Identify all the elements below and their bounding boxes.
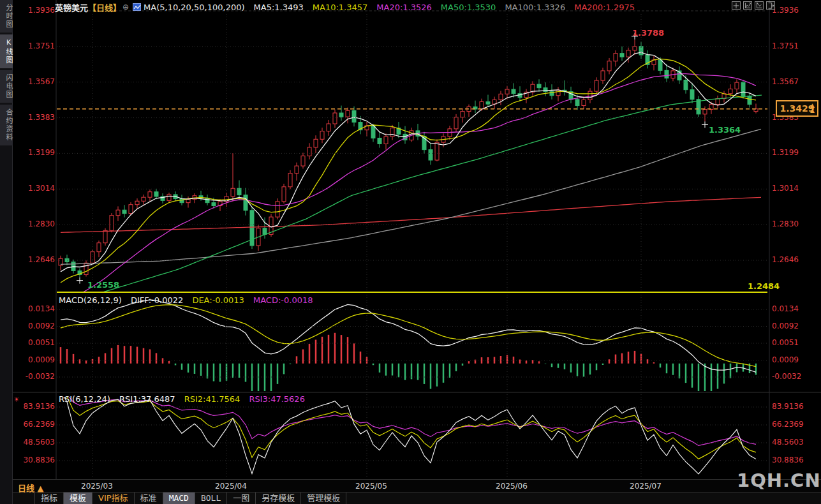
axis-tick-label: 83.9136	[772, 402, 811, 411]
left-sidebar: 分时图K线图闪电图合约资料	[0, 0, 13, 504]
toolbar-tab-3[interactable]: 标准	[135, 493, 163, 504]
exit-icon[interactable]	[766, 1, 775, 10]
axis-tick-label: 1.3199	[772, 148, 811, 157]
axis-tick-label: 0.0134	[772, 304, 811, 313]
ma-value: MA20:1.3526	[376, 3, 432, 12]
toolbar-tab-7[interactable]: 另存模板	[256, 493, 301, 504]
toolbar-tab-8[interactable]: 管理模板	[301, 493, 346, 504]
axis-tick-label: 0.0051	[772, 338, 811, 347]
ma-value: MA100:1.3326	[505, 3, 565, 12]
date-label: 2025/03	[81, 482, 113, 491]
axis-tick-label: 0.0009	[15, 355, 55, 364]
axis-tick-label: 1.3014	[772, 184, 811, 193]
toolbar-tab-2[interactable]: VIP指标	[92, 493, 135, 504]
axis-tick-label: 1.2830	[772, 219, 811, 228]
date-axis-row: 日线 ▲ 2025/032025/042025/052025/062025/07	[13, 479, 821, 493]
date-label: 2025/06	[496, 482, 528, 491]
toolbar-tab-6[interactable]: 一图	[227, 493, 256, 504]
axis-tick-label: 66.2369	[15, 420, 55, 429]
alert-sun-icon[interactable]: ☀	[13, 396, 20, 404]
ma-value: MA5:1.3493	[254, 3, 304, 12]
annotation-support: 1.2484	[748, 281, 780, 291]
axis-tick-label: 0.0092	[15, 322, 55, 330]
axis-tick-label: 1.2646	[15, 255, 55, 264]
axis-tick-label: 30.8836	[15, 456, 55, 464]
axis-tick-label: 83.9136	[15, 402, 55, 411]
chart-header: 英镑美元 【日线】 ⊕ MA(5,10,20,50,100,200) MA5:1…	[14, 0, 821, 14]
ma-values: MA5:1.3493MA10:1.3457MA20:1.3526MA50:1.3…	[245, 3, 635, 12]
axis-tick-label: -0.0032	[15, 372, 55, 381]
axis-tick-label: 0.0009	[772, 355, 811, 364]
indicator-chart-icon[interactable]	[133, 3, 141, 11]
axis-tick-label: 1.3014	[15, 184, 55, 193]
macd-panel	[61, 300, 756, 397]
macd-header: MACD(26,12,9) DIFF:-0.0022 DEA:-0.0013 M…	[59, 295, 320, 305]
sidebar-tab-2[interactable]: 闪电图	[0, 70, 13, 103]
axis-tick-label: 1.3751	[772, 41, 811, 50]
axis-tick-label: 1.3199	[15, 148, 55, 157]
annotation-feb-low: 1.2558	[87, 280, 119, 290]
axis-tick-label: -0.0032	[772, 372, 811, 381]
watermark: 1QH.CN	[737, 470, 821, 491]
symbol-name: 英镑美元	[55, 1, 88, 13]
axis-tick-label: 1.2646	[772, 255, 811, 264]
axis-tick-label: 1.3567	[772, 77, 811, 86]
rsi-header: RSI(6,12,24) RSI1:37.6487 RSI2:41.7564 R…	[59, 394, 311, 404]
zoom-plus-icon[interactable]: ⊕	[122, 3, 129, 11]
bottom-toolbar: 指标模板VIP指标标准MACDBOLL一图另存模板管理模板	[13, 493, 821, 504]
toolbar-tab-0[interactable]: 指标	[34, 493, 64, 504]
macd-dea-value: DEA:-0.0013	[192, 295, 244, 305]
rsi3-value: RSI3:47.5626	[249, 394, 305, 404]
sidebar-tab-0[interactable]: 分时图	[0, 0, 13, 33]
toolbar-tab-4[interactable]: MACD	[163, 493, 195, 504]
annotation-low: 1.3364	[709, 125, 741, 135]
axis-tick-label: 1.3383	[15, 113, 55, 122]
axis-tick-label: 1.3751	[15, 41, 55, 50]
ma-settings-label[interactable]: MA(5,10,20,50,100,200)	[144, 3, 244, 12]
axis-right-icon[interactable]	[755, 1, 764, 10]
price-up-arrow-icon: ▲▲	[810, 103, 815, 113]
ma-value: MA200:1.2975	[574, 3, 635, 12]
axis-tick-label: 30.8836	[772, 456, 811, 464]
axis-tick-label: 66.2369	[772, 420, 811, 429]
axis-tick-label: 48.5603	[15, 438, 55, 447]
axis-tick-label: 1.3567	[15, 77, 55, 86]
annotation-high: 1.3788	[632, 28, 664, 38]
chart-canvas[interactable]	[0, 0, 821, 504]
macd-diff-value: DIFF:-0.0022	[131, 295, 183, 305]
axis-left-icon[interactable]	[743, 1, 752, 10]
macd-macd-value: MACD:-0.0018	[253, 295, 313, 305]
period-name: 【日线】	[88, 1, 121, 13]
rsi-title[interactable]: RSI(6,12,24)	[59, 394, 110, 404]
date-label: 2025/05	[355, 482, 387, 491]
move-icon[interactable]	[732, 1, 741, 10]
sidebar-tab-3[interactable]: 合约资料	[0, 105, 13, 145]
toolbar-tab-1[interactable]: 模板	[64, 493, 92, 504]
rsi2-value: RSI2:41.7564	[184, 394, 240, 404]
trading-terminal: 分时图K线图闪电图合约资料 英镑美元 【日线】 ⊕ MA(5,10,20,50,…	[0, 0, 821, 504]
rsi1-value: RSI1:37.6487	[119, 394, 175, 404]
axis-tick-label: 48.5603	[772, 438, 811, 447]
axis-tick-label: 0.0092	[772, 322, 811, 330]
axis-tick-label: 0.0051	[15, 338, 55, 347]
toolbar-tab-5[interactable]: BOLL	[195, 493, 227, 504]
main-chart-panel	[59, 40, 762, 306]
axis-tick-label: 0.0134	[15, 304, 55, 313]
macd-title[interactable]: MACD(26,12,9)	[59, 295, 122, 305]
date-label: 2025/04	[215, 482, 247, 491]
header-corner-icons	[732, 1, 775, 10]
ma-value: MA10:1.3457	[313, 3, 368, 12]
sidebar-tab-1[interactable]: K线图	[0, 34, 13, 68]
date-label: 2025/07	[630, 482, 662, 491]
axis-tick-label: 1.2830	[15, 219, 55, 228]
ma-value: MA50:1.3530	[441, 3, 496, 12]
